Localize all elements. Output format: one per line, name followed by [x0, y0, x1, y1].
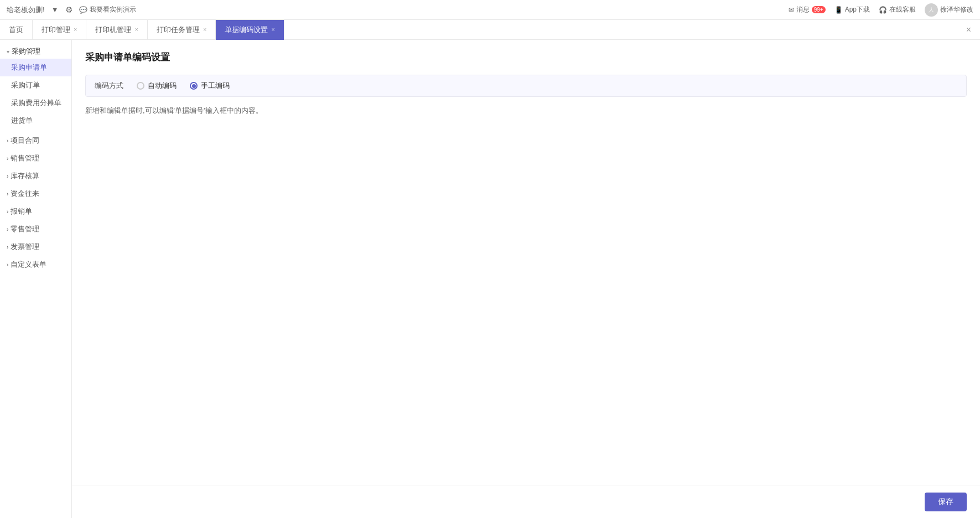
sidebar-group-purchase: ▾ 采购管理 采购申请单 采购订单 采购费用分摊单 进货单 — [0, 40, 71, 132]
manual-coding-label: 手工编码 — [201, 81, 230, 91]
sidebar-item-finance[interactable]: › 资金往来 — [0, 185, 71, 203]
app-download-item[interactable]: 📱 App下载 — [834, 5, 870, 14]
sidebar-group-purchase-header[interactable]: ▾ 采购管理 — [0, 42, 71, 59]
sidebar-item-purchase-expense[interactable]: 采购费用分摊单 — [0, 94, 71, 112]
tab-print-task[interactable]: 打印任务管理 × — [148, 20, 216, 40]
tab-print-task-label: 打印任务管理 — [157, 25, 200, 35]
message-item[interactable]: ✉ 消息 99+ — [789, 5, 826, 14]
main-layout: ▾ 采购管理 采购申请单 采购订单 采购费用分摊单 进货单 › 项目合同 › 销… — [0, 40, 980, 518]
manual-coding-option[interactable]: 手工编码 — [190, 81, 230, 91]
tab-printer-management[interactable]: 打印机管理 × — [86, 20, 147, 40]
tab-home-label: 首页 — [9, 25, 23, 35]
top-bar-right: ✉ 消息 99+ 📱 App下载 🎧 在线客服 人 徐泽华修改 — [789, 3, 973, 17]
sidebar-item-inventory[interactable]: › 库存核算 — [0, 167, 71, 185]
tab-print-management-label: 打印管理 — [42, 25, 70, 35]
tab-bar-close[interactable]: × — [957, 25, 980, 35]
coding-method-label: 编码方式 — [95, 81, 123, 91]
user-item[interactable]: 人 徐泽华修改 — [925, 3, 973, 17]
sidebar-item-goods-receipt[interactable]: 进货单 — [0, 112, 71, 130]
tab-printer-management-label: 打印机管理 — [95, 25, 131, 35]
arrow-right-icon-8: › — [7, 262, 8, 268]
dropdown-arrow-icon: ▼ — [51, 6, 59, 14]
sidebar-item-sales[interactable]: › 销售管理 — [0, 149, 71, 167]
tab-print-task-close[interactable]: × — [203, 27, 206, 33]
arrow-right-icon-5: › — [7, 209, 8, 215]
sidebar-item-expense-report[interactable]: › 报销单 — [0, 203, 71, 220]
sidebar-item-project-contract[interactable]: › 项目合同 — [0, 132, 71, 149]
sidebar-item-retail[interactable]: › 零售管理 — [0, 220, 71, 238]
tab-document-code[interactable]: 单据编码设置 × — [216, 20, 284, 40]
manual-coding-radio[interactable] — [190, 82, 198, 90]
dropdown-toggle[interactable]: ▼ — [51, 6, 59, 14]
online-service-item[interactable]: 🎧 在线客服 — [879, 5, 916, 14]
tab-home[interactable]: 首页 — [0, 20, 33, 40]
content-inner: 采购申请单编码设置 编码方式 自动编码 手工编码 新增和编辑单据时,可以编辑'单… — [72, 40, 980, 485]
headset-icon: 🎧 — [879, 6, 887, 14]
tab-printer-management-close[interactable]: × — [134, 27, 138, 33]
message-icon: ✉ — [789, 6, 794, 14]
arrow-right-icon-6: › — [7, 226, 8, 232]
auto-coding-option[interactable]: 自动编码 — [137, 81, 177, 91]
content-area: 采购申请单编码设置 编码方式 自动编码 手工编码 新增和编辑单据时,可以编辑'单… — [72, 40, 980, 518]
arrow-right-icon-2: › — [7, 156, 8, 162]
top-bar-left: 给老板勿删! ▼ ⚙ 💬 我要看实例演示 — [7, 5, 136, 15]
arrow-right-icon-7: › — [7, 244, 8, 250]
footer-bar: 保存 — [72, 485, 980, 518]
tab-document-code-close[interactable]: × — [271, 27, 274, 33]
app-icon: 📱 — [834, 6, 843, 14]
sidebar-item-custom-form[interactable]: › 自定义表单 — [0, 256, 71, 273]
demo-text[interactable]: 💬 我要看实例演示 — [79, 5, 136, 14]
arrow-right-icon-4: › — [7, 191, 8, 197]
avatar: 人 — [925, 3, 938, 17]
sidebar-group-purchase-label: 采购管理 — [12, 46, 40, 56]
sidebar: ▾ 采购管理 采购申请单 采购订单 采购费用分摊单 进货单 › 项目合同 › 销… — [0, 40, 72, 518]
auto-coding-label: 自动编码 — [148, 81, 177, 91]
arrow-right-icon: › — [7, 138, 8, 144]
demo-icon: 💬 — [79, 6, 87, 14]
top-bar: 给老板勿删! ▼ ⚙ 💬 我要看实例演示 ✉ 消息 99+ 📱 App下载 🎧 … — [0, 0, 980, 20]
info-text: 新增和编辑单据时,可以编辑'单据编号'输入框中的内容。 — [85, 106, 967, 116]
tab-print-management[interactable]: 打印管理 × — [33, 20, 86, 40]
tab-document-code-label: 单据编码设置 — [225, 25, 268, 35]
arrow-right-icon-3: › — [7, 173, 8, 179]
top-bar-title: 给老板勿删! — [7, 5, 45, 15]
tab-bar: 首页 打印管理 × 打印机管理 × 打印任务管理 × 单据编码设置 × × — [0, 20, 980, 40]
save-button[interactable]: 保存 — [925, 493, 967, 511]
coding-method-row: 编码方式 自动编码 手工编码 — [85, 75, 967, 97]
sidebar-item-purchase-order[interactable]: 采购订单 — [0, 76, 71, 94]
sidebar-item-invoice[interactable]: › 发票管理 — [0, 238, 71, 256]
settings-icon[interactable]: ⚙ — [65, 5, 72, 15]
sidebar-item-purchase-request[interactable]: 采购申请单 — [0, 59, 71, 76]
arrow-down-icon: ▾ — [7, 49, 9, 55]
page-title: 采购申请单编码设置 — [85, 51, 967, 64]
tab-print-management-close[interactable]: × — [74, 27, 77, 33]
message-badge: 99+ — [812, 6, 826, 13]
auto-coding-radio[interactable] — [137, 82, 144, 90]
